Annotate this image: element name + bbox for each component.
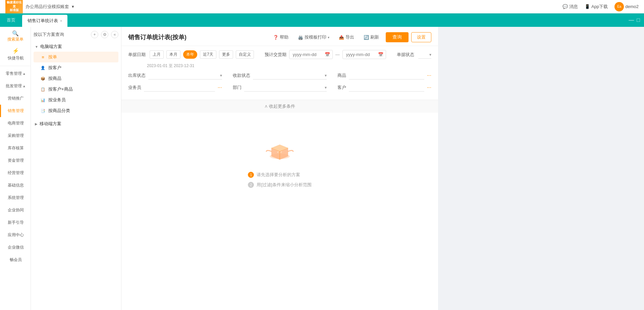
payment-col: 收款状态 bbox=[233, 71, 327, 80]
add-scheme-btn[interactable]: + bbox=[91, 31, 98, 38]
goods-dots[interactable]: ··· bbox=[427, 72, 431, 79]
left-panel: 按以下方案查询 + ⚙ « ▼ 电脑端方案 bbox=[31, 27, 121, 310]
filter-row-2: 出库状态 收款状态 bbox=[128, 71, 431, 80]
sidebar-item-inventory[interactable]: 库存核算 bbox=[0, 142, 31, 154]
sidebar-item-finance[interactable]: 资金管理 bbox=[0, 154, 31, 167]
scheme-item-by-customer[interactable]: 👤 按客户 bbox=[34, 62, 118, 73]
sidebar-item-membership[interactable]: 畅会员 bbox=[0, 254, 31, 266]
outbound-col: 出库状态 bbox=[128, 71, 222, 80]
topbar-right: 💬 消息 📱 App下载 Ea demo2 bbox=[562, 2, 639, 11]
delivery-date-to-wrapper: 📅 bbox=[342, 50, 386, 59]
sidebar: 🔍 搜索菜单 ⚡ 快捷导航 零售管理 ▲ 批发管理 ▲ 营销推广 销售管理 电商… bbox=[0, 27, 31, 310]
sidebar-item-basic[interactable]: 基础信息 bbox=[0, 179, 31, 192]
sidebar-item-ecommerce[interactable]: 电商管理 bbox=[0, 117, 31, 130]
sidebar-item-wholesale[interactable]: 批发管理 ▲ bbox=[0, 80, 31, 92]
svg-point-3 bbox=[278, 152, 279, 153]
salesman-dots[interactable]: ··· bbox=[218, 85, 222, 91]
sidebar-ecommerce-label: 电商管理 bbox=[8, 120, 24, 126]
empty-state: 1 请先选择要分析的方案 2 用[过滤]条件来缩小分析范围 bbox=[121, 113, 438, 208]
customer-dots[interactable]: ··· bbox=[427, 85, 431, 91]
tabbar-minimize-btn[interactable]: — bbox=[629, 17, 634, 23]
sidebar-item-sales[interactable]: 销售管理 bbox=[0, 105, 31, 117]
by-order-icon: ≡ bbox=[40, 54, 46, 60]
date-btn-last-month[interactable]: 上月 bbox=[150, 50, 164, 59]
mobile-scheme-title-row[interactable]: ▶ 移动端方案 bbox=[34, 119, 118, 129]
sidebar-item-purchase[interactable]: 采购管理 bbox=[0, 130, 31, 142]
sidebar-item-marketing[interactable]: 营销推广 bbox=[0, 92, 31, 105]
goods-input[interactable] bbox=[349, 71, 424, 80]
industry-dropdown-icon[interactable]: ▾ bbox=[72, 4, 74, 9]
dept-col: 部门 bbox=[233, 84, 327, 92]
dept-select[interactable] bbox=[244, 84, 327, 92]
settings-scheme-btn[interactable]: ⚙ bbox=[101, 31, 108, 38]
content-wrapper: 按以下方案查询 + ⚙ « ▼ 电脑端方案 bbox=[31, 27, 438, 310]
salesman-input[interactable] bbox=[144, 84, 215, 92]
collapse-panel-btn[interactable]: « bbox=[111, 31, 118, 38]
help-btn[interactable]: ❓ 帮助 bbox=[270, 33, 291, 42]
scheme-item-by-order[interactable]: ≡ 按单 bbox=[34, 52, 118, 62]
tip-text-2: 用[过滤]条件来缩小分析范围 bbox=[257, 182, 311, 188]
filter-section: 单据日期 上月 本月 本年 近7天 更多 自定义 预计交货期 📅 bbox=[121, 46, 438, 100]
app-download-btn[interactable]: 📱 App下载 bbox=[585, 4, 608, 10]
payment-label: 收款状态 bbox=[233, 72, 250, 79]
filter-row-1: 单据日期 上月 本月 本年 近7天 更多 自定义 预计交货期 📅 bbox=[128, 50, 431, 59]
pc-scheme-title-row[interactable]: ▼ 电脑端方案 bbox=[34, 42, 118, 52]
tabbar-maximize-btn[interactable]: □ bbox=[637, 17, 640, 23]
query-btn[interactable]: 查询 bbox=[386, 32, 409, 42]
payment-select[interactable] bbox=[253, 71, 327, 80]
logo: 畅捷通好生意标准版 bbox=[5, 0, 23, 13]
sidebar-membership-label: 畅会员 bbox=[10, 257, 22, 263]
print-btn[interactable]: 🖨️ 按模板打印 ▾ bbox=[295, 33, 332, 42]
scheme-item-by-salesman-label: 按业务员 bbox=[48, 97, 66, 103]
sidebar-item-quicknav[interactable]: ⚡ 快捷导航 bbox=[0, 44, 31, 64]
export-icon: 📤 bbox=[339, 35, 344, 40]
date-btn-more[interactable]: 更多 bbox=[219, 50, 233, 59]
date-btn-this-month[interactable]: 本月 bbox=[166, 50, 180, 59]
collapse-bar[interactable]: ∧ 收起更多条件 bbox=[121, 100, 438, 113]
sidebar-item-appcenter[interactable]: 应用中心 bbox=[0, 229, 31, 241]
sidebar-item-enterprise[interactable]: 企业协同 bbox=[0, 204, 31, 216]
tab-close-icon[interactable]: × bbox=[60, 19, 62, 23]
scheme-item-by-goods[interactable]: 📦 按商品 bbox=[34, 73, 118, 84]
delivery-date-from-input[interactable] bbox=[289, 50, 333, 59]
date-btn-7days[interactable]: 近7天 bbox=[200, 50, 216, 59]
page-header: 销售订单统计表(按单) ❓ 帮助 🖨️ 按模板打印 ▾ 📤 导出 bbox=[121, 27, 438, 46]
goods-col: 商品 ··· bbox=[337, 71, 431, 80]
settings-btn[interactable]: 设置 bbox=[411, 32, 431, 42]
sidebar-retail-label: 零售管理 bbox=[6, 71, 22, 76]
message-btn[interactable]: 💬 消息 bbox=[562, 4, 578, 10]
refresh-icon: 🔄 bbox=[364, 35, 369, 40]
date-btn-this-year[interactable]: 本年 bbox=[183, 50, 197, 59]
tab-home[interactable]: 首页 bbox=[0, 13, 22, 27]
customer-label: 客户 bbox=[337, 85, 346, 91]
sidebar-item-search[interactable]: 🔍 搜索菜单 bbox=[0, 27, 31, 44]
filter-row-3: 业务员 ··· 部门 客户 bbox=[128, 84, 431, 92]
scheme-item-by-goods-category[interactable]: 📑 按商品分类 bbox=[34, 105, 118, 116]
date-btn-custom[interactable]: 自定义 bbox=[236, 50, 254, 59]
by-customer-icon: 👤 bbox=[40, 65, 46, 70]
scheme-item-by-salesman[interactable]: 📊 按业务员 bbox=[34, 95, 118, 105]
sidebar-item-newbie[interactable]: 新手引导 bbox=[0, 216, 31, 229]
status-label: 单据状态 bbox=[397, 52, 416, 58]
sidebar-item-corpwechat[interactable]: 企业微信 bbox=[0, 241, 31, 254]
empty-tips: 1 请先选择要分析的方案 2 用[过滤]条件来缩小分析范围 bbox=[248, 172, 311, 188]
customer-input[interactable] bbox=[349, 84, 424, 92]
pc-scheme-title: 电脑端方案 bbox=[40, 44, 62, 50]
retail-arrow-icon: ▲ bbox=[22, 72, 26, 75]
outbound-select[interactable] bbox=[148, 71, 222, 80]
sidebar-item-system[interactable]: 系统管理 bbox=[0, 192, 31, 204]
sidebar-item-retail[interactable]: 零售管理 ▲ bbox=[0, 67, 31, 80]
wholesale-arrow-icon: ▲ bbox=[22, 84, 26, 88]
tab-sales-order[interactable]: 销售订单统计表 × bbox=[22, 15, 67, 27]
delivery-date-to-input[interactable] bbox=[342, 50, 386, 59]
app-download-icon: 📱 bbox=[585, 4, 590, 9]
salesman-col: 业务员 ··· bbox=[128, 84, 222, 92]
sidebar-item-operations[interactable]: 经营管理 bbox=[0, 167, 31, 179]
refresh-btn[interactable]: 🔄 刷新 bbox=[361, 33, 382, 42]
print-icon: 🖨️ bbox=[298, 35, 303, 40]
user-menu[interactable]: Ea demo2 bbox=[614, 2, 639, 11]
export-btn[interactable]: 📤 导出 bbox=[336, 33, 357, 42]
left-panel-title: 按以下方案查询 bbox=[34, 32, 64, 38]
scheme-item-by-customer-goods[interactable]: 📋 按客户+商品 bbox=[34, 84, 118, 95]
status-select[interactable] bbox=[418, 51, 431, 59]
